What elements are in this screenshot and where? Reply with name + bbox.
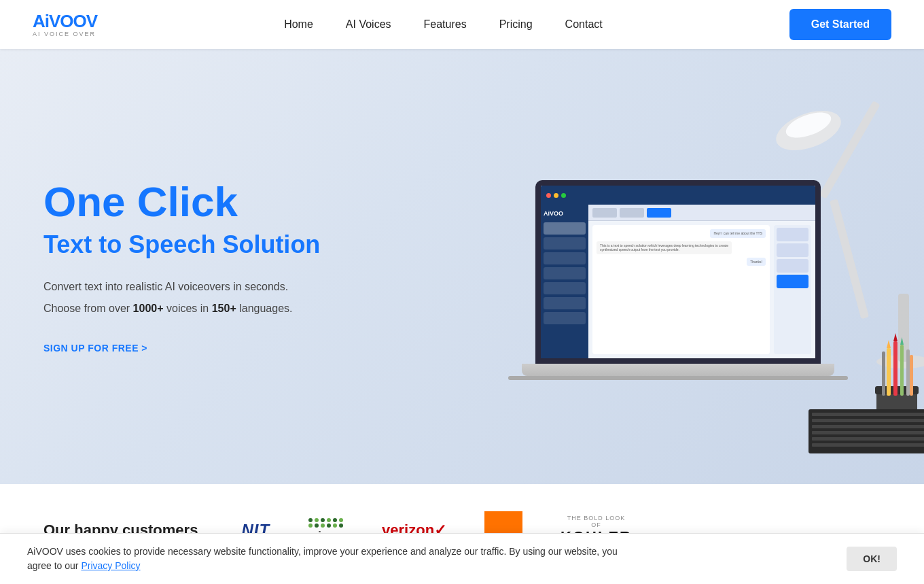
hero-desc-line2: Choose from over 1000+ voices in 150+ la… <box>43 300 320 317</box>
svg-rect-8 <box>887 348 891 396</box>
nav-link-ai-voices[interactable]: AI Voices <box>346 18 391 30</box>
notebook-icon <box>808 402 924 457</box>
svg-rect-16 <box>910 355 913 396</box>
logo-text: AiVOOV <box>33 12 97 30</box>
signup-cta-link[interactable]: SIGN UP FOR FREE > <box>43 343 147 354</box>
svg-rect-19 <box>812 419 924 422</box>
svg-rect-2 <box>830 199 869 319</box>
hero-section: One Click Text to Speech Solution Conver… <box>0 49 924 484</box>
hero-desc-line1: Convert text into realistic AI voiceover… <box>43 278 320 296</box>
logo-prefix: Ai <box>33 11 49 31</box>
get-started-button[interactable]: Get Started <box>789 9 891 40</box>
nav-links: Home AI Voices Features Pricing Contact <box>284 18 603 31</box>
hero-desc-suffix: languages. <box>236 303 293 314</box>
svg-rect-10 <box>893 341 898 396</box>
svg-rect-20 <box>812 425 924 428</box>
hero-subtitle: Text to Speech Solution <box>43 230 320 259</box>
hero-desc-prefix: Choose from over <box>43 303 133 314</box>
svg-rect-18 <box>812 413 924 416</box>
hero-desc-mid: voices in <box>164 303 212 314</box>
logo-voov: VOOV <box>49 11 97 31</box>
laptop-mockup: AiVOO <box>535 180 821 380</box>
hero-lang-count: 150+ <box>212 303 236 314</box>
hero-voice-count: 1000+ <box>133 303 164 314</box>
svg-marker-9 <box>887 340 891 348</box>
svg-rect-14 <box>882 351 885 396</box>
navbar: AiVOOV AI VOICE OVER Home AI Voices Feat… <box>0 0 924 49</box>
svg-marker-11 <box>893 333 898 341</box>
laptop-screen: AiVOO <box>535 180 821 364</box>
svg-rect-23 <box>812 443 924 447</box>
logo[interactable]: AiVOOV AI VOICE OVER <box>33 12 97 37</box>
hero-content: One Click Text to Speech Solution Conver… <box>0 124 320 409</box>
cookie-banner: AiVOOV uses cookies to provide necessary… <box>0 533 924 577</box>
kohler-of-text: OF <box>591 521 601 528</box>
cookie-message: AiVOOV uses cookies to provide necessary… <box>27 545 639 573</box>
nav-item-pricing[interactable]: Pricing <box>499 18 533 31</box>
hero-title: One Click <box>43 179 320 225</box>
svg-rect-22 <box>812 437 924 441</box>
svg-rect-15 <box>906 349 910 396</box>
nav-item-home[interactable]: Home <box>284 18 313 31</box>
cookie-ok-button[interactable]: OK! <box>847 547 897 571</box>
svg-rect-21 <box>812 431 924 434</box>
nav-link-features[interactable]: Features <box>424 18 467 30</box>
nav-link-contact[interactable]: Contact <box>565 18 603 30</box>
svg-rect-12 <box>900 345 904 396</box>
nav-item-ai-voices[interactable]: AI Voices <box>346 18 391 31</box>
nav-item-features[interactable]: Features <box>424 18 467 31</box>
privacy-policy-link[interactable]: Privacy Policy <box>81 560 140 571</box>
nav-link-pricing[interactable]: Pricing <box>499 18 533 30</box>
hero-image: AiVOO <box>351 49 924 484</box>
logo-tagline: AI VOICE OVER <box>33 31 97 37</box>
svg-marker-13 <box>900 337 904 345</box>
kohler-top-text: THE BOLD LOOK <box>567 515 626 521</box>
nav-item-contact[interactable]: Contact <box>565 18 603 31</box>
nav-link-home[interactable]: Home <box>284 18 313 30</box>
